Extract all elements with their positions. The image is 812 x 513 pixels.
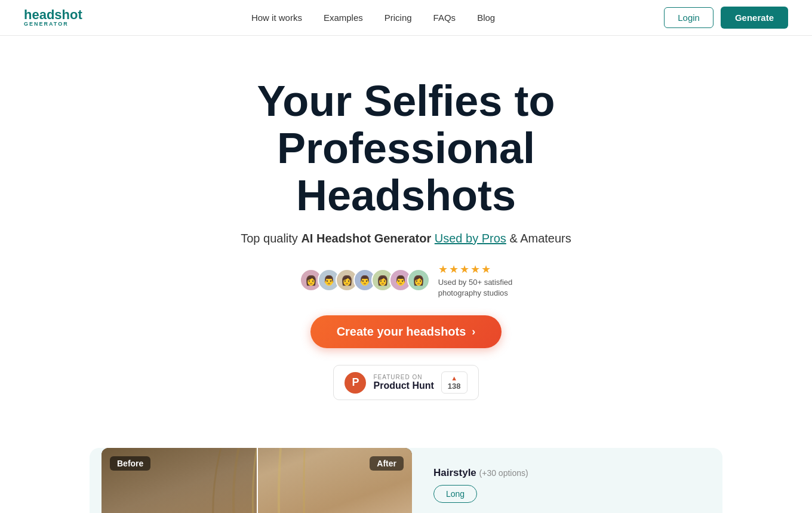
logo-bottom: GENERATOR — [24, 21, 82, 27]
nav-links: How it works Examples Pricing FAQs Blog — [251, 13, 495, 23]
hairstyle-tag[interactable]: Long — [433, 485, 477, 503]
nav-actions: Login Generate — [664, 7, 788, 29]
social-text: ★★★★★ Used by 50+ satisfied photography … — [438, 262, 513, 299]
social-proof-line2: photography studios — [438, 288, 513, 299]
ph-featured-label: FEATURED ON — [373, 374, 433, 380]
cta-button[interactable]: Create your headshots › — [310, 315, 502, 348]
ph-upvote-arrow: ▲ — [451, 374, 457, 382]
nav-faqs[interactable]: FAQs — [433, 13, 456, 23]
hero-headline: Your Selfies to Professional Headshots — [137, 78, 675, 220]
ph-upvote-count: 138 — [448, 382, 461, 391]
before-label: Before — [110, 456, 150, 471]
nav-pricing[interactable]: Pricing — [385, 13, 412, 23]
ph-name: Product Hunt — [373, 380, 433, 391]
avatar-group: 👩 👨 👩 👨 👩 👨 👩 — [300, 269, 430, 291]
nav-examples[interactable]: Examples — [324, 13, 363, 23]
hero-section: Your Selfies to Professional Headshots T… — [0, 36, 812, 448]
generate-button[interactable]: Generate — [721, 7, 788, 29]
hairstyle-option: Hairstyle (+30 options) Long — [433, 467, 689, 503]
logo[interactable]: headshot GENERATOR — [24, 8, 82, 27]
ph-icon: P — [345, 372, 366, 394]
nav-blog[interactable]: Blog — [477, 13, 495, 23]
options-panel: Hairstyle (+30 options) Long Hair color … — [412, 448, 710, 513]
social-proof-line1: Used by 50+ satisfied — [438, 277, 513, 288]
ph-text: FEATURED ON Product Hunt — [373, 374, 433, 391]
avatar: 👩 — [407, 269, 430, 291]
logo-top: headshot — [24, 8, 82, 21]
hairstyle-label: Hairstyle (+30 options) — [433, 467, 689, 479]
demo-section: Before After ⟨ ⟩ Hairstyle (+30 options)… — [90, 448, 722, 513]
nav-how-it-works[interactable]: How it works — [251, 13, 302, 23]
slider-divider — [257, 448, 258, 513]
social-proof: 👩 👨 👩 👨 👩 👨 👩 ★★★★★ Used by 50+ satisfie… — [12, 262, 800, 299]
ph-upvote[interactable]: ▲ 138 — [441, 371, 467, 394]
product-hunt-badge[interactable]: P FEATURED ON Product Hunt ▲ 138 — [333, 365, 478, 400]
cta-label: Create your headshots — [337, 325, 466, 339]
login-button[interactable]: Login — [664, 7, 713, 28]
after-label: After — [370, 456, 404, 471]
hero-subtitle: Top quality AI Headshot Generator Used b… — [12, 232, 800, 245]
cta-arrow-icon: › — [472, 325, 475, 338]
navbar: headshot GENERATOR How it works Examples… — [0, 0, 812, 36]
star-rating: ★★★★★ — [438, 262, 513, 277]
before-after-slider[interactable]: Before After ⟨ ⟩ — [102, 448, 412, 513]
